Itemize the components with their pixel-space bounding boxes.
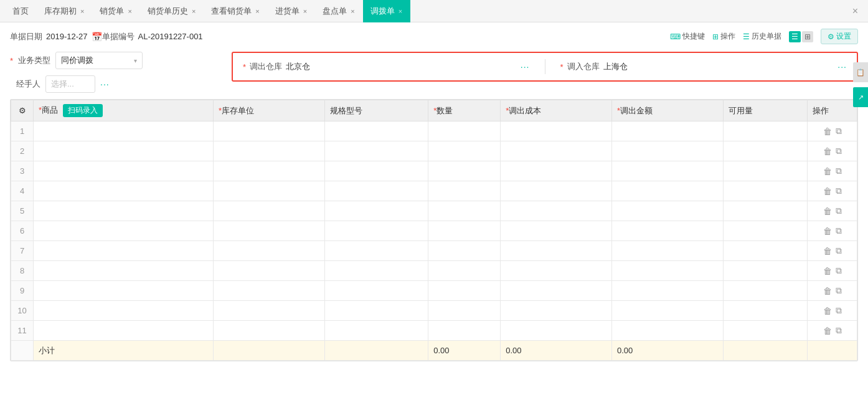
cell-cost-3[interactable] <box>501 161 612 181</box>
cell-unit-9[interactable] <box>213 281 324 301</box>
tab-view-sales[interactable]: 查看销货单 × <box>204 0 267 22</box>
cell-spec-8[interactable] <box>324 261 428 281</box>
copy-icon-1[interactable]: ⧉ <box>836 126 842 136</box>
delete-icon-6[interactable]: 🗑 <box>823 226 832 236</box>
cell-unit-11[interactable] <box>213 321 324 341</box>
cell-amount-11[interactable] <box>612 321 724 341</box>
cell-available-2[interactable] <box>723 141 807 161</box>
cell-product-7[interactable] <box>34 241 214 261</box>
cell-amount-1[interactable] <box>612 121 724 141</box>
cell-cost-10[interactable] <box>501 301 612 321</box>
tab-close-stocktake[interactable]: × <box>351 7 354 15</box>
tab-close-inventory-init[interactable]: × <box>80 7 84 15</box>
tab-stocktake[interactable]: 盘点单 × <box>315 0 362 22</box>
cell-unit-3[interactable] <box>213 161 324 181</box>
cell-cost-6[interactable] <box>501 221 612 241</box>
cell-available-9[interactable] <box>723 281 807 301</box>
delete-icon-3[interactable]: 🗑 <box>823 166 832 176</box>
cell-available-4[interactable] <box>723 181 807 201</box>
cell-unit-8[interactable] <box>213 261 324 281</box>
cell-unit-7[interactable] <box>213 241 324 261</box>
in-warehouse-more-button[interactable]: ··· <box>837 62 847 72</box>
cell-cost-1[interactable] <box>501 121 612 141</box>
cell-qty-3[interactable] <box>428 161 501 181</box>
cell-spec-1[interactable] <box>324 121 428 141</box>
copy-icon-2[interactable]: ⧉ <box>836 146 842 156</box>
cell-spec-10[interactable] <box>324 301 428 321</box>
copy-icon-6[interactable]: ⧉ <box>836 226 842 236</box>
copy-icon-4[interactable]: ⧉ <box>836 186 842 196</box>
delete-icon-11[interactable]: 🗑 <box>823 326 832 336</box>
cell-product-11[interactable] <box>34 321 214 341</box>
delete-icon-4[interactable]: 🗑 <box>823 186 832 196</box>
copy-icon-10[interactable]: ⧉ <box>836 305 842 316</box>
cell-qty-11[interactable] <box>428 321 501 341</box>
cell-available-1[interactable] <box>723 121 807 141</box>
delete-icon-9[interactable]: 🗑 <box>823 286 832 296</box>
cell-amount-9[interactable] <box>612 281 724 301</box>
cell-unit-6[interactable] <box>213 221 324 241</box>
calendar-icon[interactable]: 📅 <box>92 32 102 42</box>
cell-product-3[interactable] <box>34 161 214 181</box>
tab-close-sales-order[interactable]: × <box>128 7 131 15</box>
delete-icon-5[interactable]: 🗑 <box>823 206 832 216</box>
cell-spec-9[interactable] <box>324 281 428 301</box>
operations-button[interactable]: ⊞ 操作 <box>712 31 735 42</box>
handler-input[interactable]: 选择... <box>45 75 95 93</box>
cell-amount-6[interactable] <box>612 221 724 241</box>
cell-product-8[interactable] <box>34 261 214 281</box>
cell-spec-2[interactable] <box>324 141 428 161</box>
th-gear[interactable]: ⚙ <box>11 100 34 121</box>
tab-sales-history[interactable]: 销货单历史 × <box>140 0 204 22</box>
cell-unit-2[interactable] <box>213 141 324 161</box>
copy-icon-5[interactable]: ⧉ <box>836 206 842 216</box>
cell-available-11[interactable] <box>723 321 807 341</box>
cell-qty-7[interactable] <box>428 241 501 261</box>
cell-qty-9[interactable] <box>428 281 501 301</box>
cell-product-9[interactable] <box>34 281 214 301</box>
cell-product-2[interactable] <box>34 141 214 161</box>
cell-amount-10[interactable] <box>612 301 724 321</box>
cell-product-1[interactable] <box>34 121 214 141</box>
cell-cost-4[interactable] <box>501 181 612 201</box>
cell-cost-2[interactable] <box>501 141 612 161</box>
cell-cost-7[interactable] <box>501 241 612 261</box>
copy-icon-3[interactable]: ⧉ <box>836 166 842 176</box>
cell-spec-5[interactable] <box>324 201 428 221</box>
cell-qty-5[interactable] <box>428 201 501 221</box>
cell-product-6[interactable] <box>34 221 214 241</box>
cell-amount-5[interactable] <box>612 201 724 221</box>
delete-icon-7[interactable]: 🗑 <box>823 246 832 256</box>
layout-list-icon[interactable]: ☰ <box>789 31 801 42</box>
cell-amount-4[interactable] <box>612 181 724 201</box>
cell-qty-10[interactable] <box>428 301 501 321</box>
cell-amount-8[interactable] <box>612 261 724 281</box>
cell-amount-3[interactable] <box>612 161 724 181</box>
layout-grid-icon[interactable]: ⊞ <box>802 31 813 42</box>
tab-close-view-sales[interactable]: × <box>255 7 259 15</box>
cell-spec-11[interactable] <box>324 321 428 341</box>
cell-cost-9[interactable] <box>501 281 612 301</box>
cell-available-8[interactable] <box>723 261 807 281</box>
close-all-tabs-button[interactable]: × <box>847 6 863 17</box>
cell-qty-6[interactable] <box>428 221 501 241</box>
cell-cost-8[interactable] <box>501 261 612 281</box>
tab-sales-order[interactable]: 销货单 × <box>92 0 139 22</box>
handler-more-button[interactable]: ··· <box>100 79 110 89</box>
delete-icon-8[interactable]: 🗑 <box>823 266 832 276</box>
cell-available-3[interactable] <box>723 161 807 181</box>
cell-available-5[interactable] <box>723 201 807 221</box>
cell-amount-2[interactable] <box>612 141 724 161</box>
cell-spec-4[interactable] <box>324 181 428 201</box>
right-panel-note-button[interactable]: 📋 <box>853 62 868 82</box>
cell-cost-5[interactable] <box>501 201 612 221</box>
copy-icon-7[interactable]: ⧉ <box>836 245 842 256</box>
cell-unit-4[interactable] <box>213 181 324 201</box>
cell-cost-11[interactable] <box>501 321 612 341</box>
cell-spec-3[interactable] <box>324 161 428 181</box>
tab-inventory-init[interactable]: 库存期初 × <box>37 0 92 22</box>
cell-product-4[interactable] <box>34 181 214 201</box>
cell-spec-6[interactable] <box>324 221 428 241</box>
tab-purchase-order[interactable]: 进货单 × <box>268 0 315 22</box>
settings-button[interactable]: ⚙ 设置 <box>821 29 858 44</box>
